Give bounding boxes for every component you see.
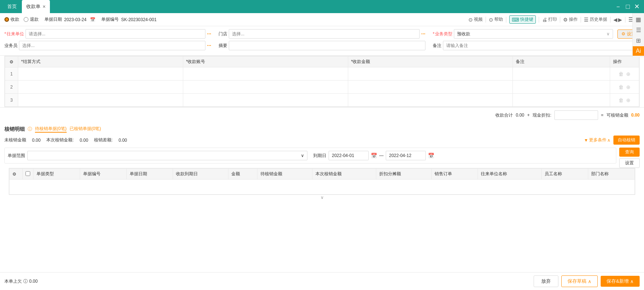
copy-icon[interactable]: ⊕ bbox=[626, 84, 631, 90]
summary-row: 收款合计 0.00 + 现金折扣: = 可核销金额 0.00 bbox=[0, 107, 644, 123]
biztype-select[interactable]: 预收款 ∨ bbox=[454, 29, 613, 39]
print-btn[interactable]: 🖨 打印 bbox=[542, 16, 557, 23]
footer-value: 0.00 bbox=[29, 279, 38, 284]
staff-dots[interactable]: ··· bbox=[207, 43, 211, 48]
nav-tab-close[interactable]: × bbox=[43, 4, 46, 9]
nav-home[interactable]: 首页 bbox=[3, 0, 21, 13]
chevron-down-icon: ∨ bbox=[606, 31, 610, 36]
help-btn[interactable]: ⊙ 帮助 bbox=[489, 16, 503, 23]
row2-amount[interactable] bbox=[348, 81, 513, 94]
chevron-up-icon: ∧ bbox=[607, 138, 610, 143]
row2-account[interactable] bbox=[183, 81, 348, 94]
staff-input[interactable] bbox=[19, 41, 205, 50]
collapse-arrow[interactable]: ∨ bbox=[4, 195, 640, 200]
row3-settlement[interactable] bbox=[18, 94, 183, 107]
history-btn[interactable]: ☰ 历史单据 bbox=[584, 16, 607, 23]
writeoff-gear-header[interactable]: ⚙ bbox=[9, 169, 23, 180]
summary-input[interactable] bbox=[229, 41, 425, 50]
duedate-label: 到期日 bbox=[313, 153, 326, 159]
divider-2 bbox=[506, 17, 506, 23]
window-maximize[interactable]: □ bbox=[624, 3, 631, 11]
col-settlement-header: *结算方式 bbox=[18, 56, 183, 67]
store-dots[interactable]: ··· bbox=[421, 31, 425, 37]
filter-settings-button[interactable]: 设置 bbox=[619, 158, 640, 168]
top-nav-right: － □ ✕ bbox=[613, 2, 641, 11]
top-nav: 首页 收款单 × － □ ✕ bbox=[0, 0, 644, 13]
auto-writeoff-button[interactable]: 自动核销 bbox=[613, 136, 640, 145]
delete-icon[interactable]: 🗑 bbox=[619, 97, 624, 103]
this-verif-value: 0.00 bbox=[80, 138, 88, 143]
window-minimize[interactable]: － bbox=[613, 2, 623, 11]
select-all-checkbox[interactable] bbox=[25, 171, 30, 176]
sidebar-icon-2[interactable]: ☰ bbox=[635, 25, 643, 35]
partner-input[interactable] bbox=[25, 29, 206, 39]
save-new-button[interactable]: 保存&新增 ∧ bbox=[601, 276, 640, 287]
next-arrow[interactable]: ▶ bbox=[618, 17, 622, 23]
writeoff-tab-pending[interactable]: 待核销单据(0笔) bbox=[35, 126, 67, 133]
video-btn[interactable]: ⊙ 视频 bbox=[468, 16, 483, 23]
writeoff-stats-right: ▼ 更多条件 ∧ 自动核销 bbox=[584, 136, 640, 145]
biztype-value: 预收款 bbox=[457, 31, 470, 37]
save-draft-button[interactable]: 保存草稿 ∧ bbox=[561, 275, 598, 287]
partner-dots[interactable]: ··· bbox=[207, 31, 211, 37]
radio-shoukuan[interactable]: 收款 bbox=[4, 16, 19, 23]
sales-order-header: 销售订单 bbox=[431, 169, 478, 180]
plus-sign: + bbox=[527, 113, 530, 118]
calendar-to-icon[interactable]: 📅 bbox=[428, 153, 434, 158]
row1-account[interactable] bbox=[183, 67, 348, 81]
writeoff-table-header: ⚙ 单据类型 单据编号 单据日期 收款到期日 金额 待核销金额 本次核销金额 折… bbox=[9, 169, 635, 180]
row2-settlement[interactable] bbox=[18, 81, 183, 94]
row1-settlement[interactable] bbox=[18, 67, 183, 81]
query-button[interactable]: 查询 bbox=[619, 148, 640, 157]
delete-icon[interactable]: 🗑 bbox=[619, 84, 624, 90]
table-gear-header[interactable]: ⚙ bbox=[5, 56, 18, 67]
partner-label: 往来单位 bbox=[4, 31, 24, 37]
calendar-from-icon[interactable]: 📅 bbox=[371, 153, 377, 158]
footer-label: 本单上欠 bbox=[4, 278, 22, 285]
row2-remark[interactable] bbox=[513, 81, 610, 94]
store-input[interactable] bbox=[229, 29, 420, 39]
action-btn[interactable]: ⚙ 操作 bbox=[563, 16, 578, 23]
writeoff-section: 核销明细 ⓘ 待核销单据(0笔) 已核销单据(0笔) 未核销金额 0.00 本次… bbox=[0, 123, 644, 203]
sidebar-icon-1[interactable]: ▦ bbox=[634, 15, 643, 24]
writeoff-empty-row bbox=[9, 180, 635, 195]
cash-discount-input[interactable] bbox=[554, 110, 598, 120]
sidebar-icon-3[interactable]: ⊞ bbox=[635, 36, 642, 46]
shortcut-btn[interactable]: ⌨ 快捷键 bbox=[509, 15, 536, 24]
window-close[interactable]: ✕ bbox=[633, 3, 641, 11]
col-account-header: *收款账号 bbox=[183, 56, 348, 67]
pending-verif-header: 待核销金额 bbox=[258, 169, 313, 180]
date-to-input[interactable] bbox=[386, 151, 426, 160]
row3-remark[interactable] bbox=[513, 94, 610, 107]
prev-arrow[interactable]: ◀ bbox=[613, 17, 617, 23]
row1-remark[interactable] bbox=[513, 67, 610, 81]
sidebar-icon-4[interactable]: Ai bbox=[633, 46, 644, 56]
store-label: 门店 bbox=[219, 31, 227, 37]
row1-amount[interactable] bbox=[348, 67, 513, 81]
date-from-input[interactable] bbox=[329, 151, 369, 160]
nav-tab-shoukuan[interactable]: 收款单 × bbox=[22, 0, 50, 13]
more-conditions-btn[interactable]: ▼ 更多条件 ∧ bbox=[584, 137, 610, 143]
copy-icon[interactable]: ⊕ bbox=[626, 97, 631, 103]
copy-icon[interactable]: ⊕ bbox=[626, 71, 631, 77]
calendar-icon[interactable]: 📅 bbox=[90, 17, 95, 22]
info-icon[interactable]: ⓘ bbox=[28, 126, 32, 132]
delete-icon[interactable]: 🗑 bbox=[619, 71, 624, 77]
writeoff-tab-done[interactable]: 已核销单据(0笔) bbox=[70, 126, 101, 133]
abandon-button[interactable]: 放弃 bbox=[534, 275, 558, 287]
table-section: ⚙ *结算方式 *收款账号 *收款金额 备注 操作 1 bbox=[0, 56, 644, 107]
document-range-select[interactable]: ∨ bbox=[27, 151, 307, 160]
row3-amount[interactable] bbox=[348, 94, 513, 107]
writeoff-stats: 未核销金额 0.00 本次核销金额: 0.00 核销差额: 0.00 ▼ 更多条… bbox=[4, 136, 640, 145]
date-range-field: 到期日 📅 — 📅 bbox=[313, 151, 613, 160]
row3-account[interactable] bbox=[183, 94, 348, 107]
nav-tab-label: 收款单 bbox=[26, 3, 40, 10]
radio-tuikuan[interactable]: 退款 bbox=[24, 16, 39, 23]
main-content: 收款 退款 单据日期 2023-03-24 📅 单据编号 SK-20230324… bbox=[0, 13, 644, 290]
partner-field: 往来单位 ··· bbox=[4, 29, 211, 39]
form-row-2: 业务员 ··· 摘要 备注 bbox=[4, 41, 640, 50]
checkbox-header[interactable] bbox=[23, 169, 34, 180]
col-amount-header: *收款金额 bbox=[348, 56, 513, 67]
footer-info-icon[interactable]: ⓘ bbox=[23, 278, 28, 285]
remark-input[interactable] bbox=[443, 41, 640, 50]
